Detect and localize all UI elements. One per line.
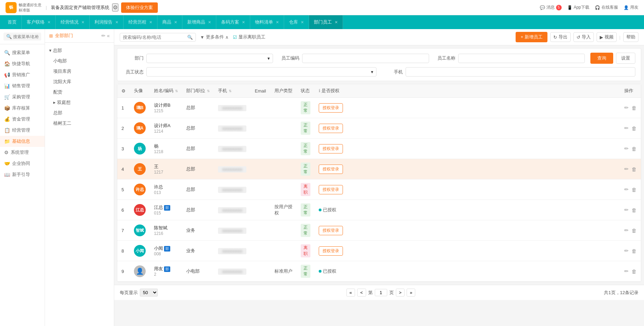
phone-input[interactable]	[406, 67, 636, 77]
settings-gear-btn[interactable]: ⚙	[112, 3, 118, 11]
auth-login-btn[interactable]: 授权登录	[319, 185, 343, 194]
dept-item-沈阳大库[interactable]: 沈阳大库	[45, 77, 114, 87]
tab-close-icon[interactable]: ✕	[301, 20, 304, 25]
edit-icon[interactable]: ✏	[624, 166, 629, 172]
add-employee-btn[interactable]: + 新增员工	[516, 32, 547, 42]
help-btn[interactable]: 帮助	[623, 32, 638, 42]
tab-close-icon[interactable]: ✕	[115, 20, 118, 25]
nav-tab-首页[interactable]: 首页	[3, 15, 22, 29]
prev-page-btn[interactable]: <	[357, 289, 366, 297]
emp-status-select[interactable]: ▾	[146, 67, 377, 77]
set-btn[interactable]: 设置	[616, 53, 635, 64]
dept-item-配货[interactable]: 配货	[45, 87, 114, 97]
edit-icon[interactable]: ✏	[624, 248, 629, 254]
edit-icon[interactable]: ✏	[624, 186, 629, 193]
tab-close-icon[interactable]: ✕	[335, 20, 338, 25]
tab-close-icon[interactable]: ✕	[208, 20, 211, 25]
sidebar-item-企业协同[interactable]: 🤝企业协同	[0, 158, 45, 169]
delete-icon[interactable]: 🗑	[632, 187, 637, 193]
next-page-btn[interactable]: >	[396, 289, 405, 297]
dept-item-植树王二[interactable]: 植树王二	[45, 118, 114, 129]
user-avatar-btn[interactable]: 👤 用友	[624, 5, 638, 10]
sidebar-item-库存核算[interactable]: 📦库存核算	[0, 103, 45, 114]
emp-name-input[interactable]	[458, 54, 585, 63]
tab-close-icon[interactable]: ✕	[276, 20, 279, 25]
nav-tab-经营历程[interactable]: 经营历程✕	[124, 15, 157, 29]
auth-login-btn[interactable]: 授权登录	[319, 103, 343, 113]
dept-item-小电部[interactable]: 小电部	[45, 56, 114, 66]
page-num-input[interactable]	[375, 289, 387, 296]
tab-close-icon[interactable]: ✕	[47, 20, 51, 25]
edit-icon[interactable]: ✏	[624, 268, 629, 274]
view-btn[interactable]: ▶ 视频	[597, 32, 617, 42]
auth-login-btn[interactable]: 授权登录	[319, 144, 343, 153]
last-page-btn[interactable]: »	[407, 289, 415, 297]
dept-edit-btn[interactable]: ✏	[101, 33, 106, 38]
tab-close-icon[interactable]: ✕	[149, 20, 152, 25]
sidebar-item-资金管理[interactable]: 💰资金管理	[0, 114, 45, 125]
nav-tab-部门员工[interactable]: 部门员工✕	[309, 15, 343, 29]
import-btn[interactable]: ↺ 导入	[573, 32, 594, 42]
nav-tab-新增商品[interactable]: 新增商品✕	[182, 15, 216, 29]
dept-item-双庭想[interactable]: ▸ 双庭想	[45, 97, 114, 108]
sidebar-item-经营管理[interactable]: 📋经营管理	[0, 125, 45, 136]
show-resigned-toggle[interactable]: ☑ 显示离职员工	[233, 34, 265, 40]
edit-icon[interactable]: ✏	[624, 207, 629, 213]
app-download-btn[interactable]: 📱 App下载	[567, 5, 589, 10]
edit-icon[interactable]: ✏	[624, 146, 629, 152]
tab-close-icon[interactable]: ✕	[81, 20, 84, 25]
sidebar-item-快捷导航[interactable]: 🏠快捷导航	[0, 58, 45, 69]
dept-item-总部[interactable]: 总部	[45, 108, 114, 118]
query-btn[interactable]: 查询	[590, 53, 613, 64]
edit-icon[interactable]: ✏	[624, 125, 629, 131]
delete-icon[interactable]: 🗑	[632, 125, 637, 131]
dept-sort-icon[interactable]: ⇅	[207, 89, 210, 93]
more-filter-btn[interactable]: ▼ 更多条件 ∧	[200, 34, 229, 40]
delete-icon[interactable]: 🗑	[632, 146, 637, 152]
delete-icon[interactable]: 🗑	[632, 105, 637, 111]
edit-icon[interactable]: ✏	[624, 227, 629, 234]
online-service-btn[interactable]: 🎧 在线客服	[595, 5, 618, 10]
delete-icon[interactable]: 🗑	[632, 228, 637, 234]
message-btn[interactable]: 💬 消息 5	[540, 5, 562, 10]
nav-tab-商品[interactable]: 商品✕	[157, 15, 182, 29]
dept-item-项目库房[interactable]: 项目库房	[45, 66, 114, 77]
sidebar-item-搜索菜单[interactable]: 🔍搜索菜单	[0, 47, 45, 58]
delete-icon[interactable]: 🗑	[632, 166, 637, 172]
delete-icon[interactable]: 🗑	[632, 207, 637, 213]
nav-tab-经营情况[interactable]: 经营情况✕	[56, 15, 90, 29]
first-page-btn[interactable]: «	[346, 289, 355, 297]
nav-tab-仓库[interactable]: 仓库✕	[284, 15, 309, 29]
sidebar-item-营销推广[interactable]: 📢营销推广	[0, 69, 45, 80]
auth-login-btn[interactable]: 授权登录	[319, 165, 343, 174]
dept-item-总部[interactable]: ▾ 总部	[45, 45, 114, 56]
delete-icon[interactable]: 🗑	[632, 268, 637, 274]
dept-collapse-btn[interactable]: «	[107, 33, 110, 38]
try-industry-btn[interactable]: 体验行业方案	[121, 2, 158, 13]
dept-filter-select[interactable]: ▾	[146, 54, 273, 63]
th-settings[interactable]: ⚙	[117, 84, 130, 98]
employee-search[interactable]: 🔍	[120, 33, 196, 42]
sidebar-search-bar[interactable]: 🔍	[3, 33, 41, 41]
sidebar-item-基础信息[interactable]: 📁基础信息	[0, 136, 45, 147]
sidebar-item-系统管理[interactable]: ⚙系统管理	[0, 147, 45, 158]
tab-close-icon[interactable]: ✕	[174, 20, 177, 25]
nav-tab-物料清单[interactable]: 物料清单✕	[250, 15, 284, 29]
sidebar-item-销售管理[interactable]: 📊销售管理	[0, 80, 45, 91]
delete-icon[interactable]: 🗑	[632, 248, 637, 254]
tab-close-icon[interactable]: ✕	[242, 20, 245, 25]
export-btn[interactable]: ↻ 导出	[550, 32, 571, 42]
employee-search-input[interactable]	[123, 35, 185, 40]
auth-login-btn[interactable]: 授权登录	[319, 124, 343, 133]
sidebar-search-input[interactable]	[13, 34, 38, 39]
name-sort-icon[interactable]: ⇅	[175, 89, 178, 93]
phone-sort-icon[interactable]: ⇅	[229, 89, 232, 93]
nav-tab-客户联络[interactable]: 客户联络✕	[22, 15, 56, 29]
auth-login-btn[interactable]: 授权登录	[319, 226, 343, 235]
page-size-select[interactable]: 50 20 100	[140, 289, 158, 297]
nav-tab-条码方案[interactable]: 条码方案✕	[216, 15, 250, 29]
edit-icon[interactable]: ✏	[624, 105, 629, 111]
sidebar-item-采购管理[interactable]: 🛒采购管理	[0, 91, 45, 103]
nav-tab-利润报告[interactable]: 利润报告✕	[90, 15, 124, 29]
auth-login-btn[interactable]: 授权登录	[319, 246, 343, 256]
